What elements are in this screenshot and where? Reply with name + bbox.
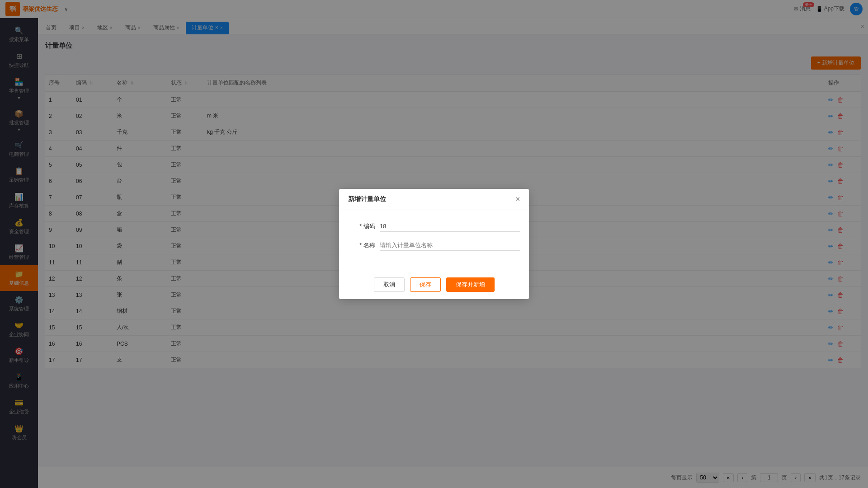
form-label-code: * 编码 — [348, 222, 375, 230]
save-and-new-button[interactable]: 保存并新增 — [446, 277, 495, 292]
name-input[interactable] — [380, 240, 520, 251]
modal-title: 新增计量单位 — [348, 195, 386, 203]
form-row-code: * 编码 — [348, 221, 520, 232]
modal-close-button[interactable]: × — [516, 195, 520, 203]
modal-body: * 编码 * 名称 — [339, 210, 529, 270]
save-button[interactable]: 保存 — [410, 277, 441, 292]
cancel-button[interactable]: 取消 — [374, 277, 405, 292]
modal-add-unit: 新增计量单位 × * 编码 * 名称 取消 保存 保存并新增 — [339, 189, 529, 299]
form-row-name: * 名称 — [348, 240, 520, 251]
modal-overlay: 新增计量单位 × * 编码 * 名称 取消 保存 保存并新增 — [0, 0, 868, 488]
modal-footer: 取消 保存 保存并新增 — [339, 270, 529, 299]
form-label-name: * 名称 — [348, 241, 375, 249]
code-input[interactable] — [380, 221, 520, 232]
modal-header: 新增计量单位 × — [339, 189, 529, 210]
